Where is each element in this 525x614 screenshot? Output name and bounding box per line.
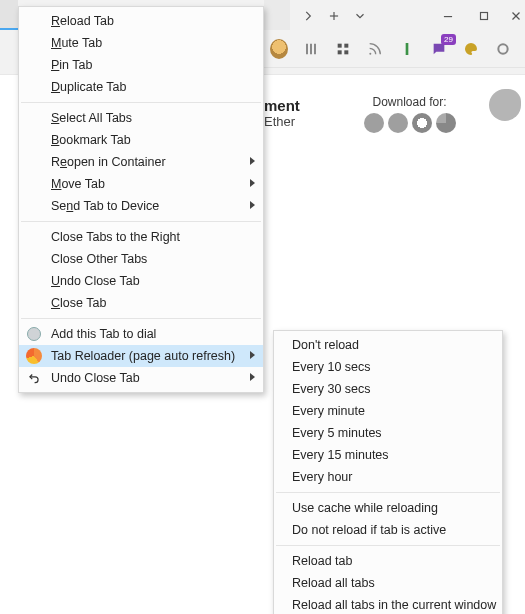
submenu-reload-all[interactable]: Reload all tabs (274, 572, 502, 594)
menu-item-label: Duplicate Tab (51, 80, 127, 94)
menu-item-label: Reload all tabs in the current window (292, 598, 496, 612)
menu-separator (21, 102, 261, 103)
menu-bookmark-tab[interactable]: Bookmark Tab (19, 129, 263, 151)
menu-separator (21, 318, 261, 319)
menu-add-to-dial[interactable]: Add this Tab to dial (19, 323, 263, 345)
submenu-dont-reload[interactable]: Don't reload (274, 334, 502, 356)
menu-separator (21, 221, 261, 222)
menu-send-tab[interactable]: Send Tab to Device (19, 195, 263, 217)
green-extension-icon[interactable] (398, 40, 416, 58)
notification-badge: 29 (441, 34, 456, 45)
menu-reload-tab[interactable]: Reload Tab (19, 10, 263, 32)
submenu-every-15m[interactable]: Every 15 minutes (274, 444, 502, 466)
tab-reloader-icon (25, 347, 43, 365)
svg-rect-14 (406, 43, 409, 55)
submenu-reload-window[interactable]: Reload all tabs in the current window (274, 594, 502, 614)
menu-item-label: Undo Close Tab (51, 274, 140, 288)
menu-item-label: Add this Tab to dial (51, 327, 156, 341)
submenu-arrow-icon (250, 373, 255, 381)
submenu-every-hour[interactable]: Every hour (274, 466, 502, 488)
menu-item-label: Do not reload if tab is active (292, 523, 446, 537)
svg-rect-3 (481, 13, 488, 20)
menu-item-label: Tab Reloader (page auto refresh) (51, 349, 235, 363)
undo-icon (25, 369, 43, 387)
window-minimize-button[interactable] (436, 4, 460, 28)
menu-item-label: Reload all tabs (292, 576, 375, 590)
submenu-every-5m[interactable]: Every 5 minutes (274, 422, 502, 444)
submenu-arrow-icon (250, 351, 255, 359)
submenu-arrow-icon (250, 157, 255, 165)
tabs-dropdown-button[interactable] (348, 4, 372, 28)
menu-move-tab[interactable]: Move Tab (19, 173, 263, 195)
download-label: Download for: (334, 95, 485, 109)
menu-close-tab[interactable]: Close Tab (19, 292, 263, 314)
menu-tab-reloader[interactable]: Tab Reloader (page auto refresh) (19, 345, 263, 367)
rss-icon[interactable] (366, 40, 384, 58)
grid-icon[interactable] (334, 40, 352, 58)
palette-extension-icon[interactable] (462, 40, 480, 58)
menu-item-label: Use cache while reloading (292, 501, 438, 515)
dial-extension-icon (25, 325, 43, 343)
extension-toolbar: 29 (264, 30, 525, 68)
new-tab-button[interactable] (322, 4, 346, 28)
mascot-icon (489, 89, 521, 121)
menu-close-tabs-right[interactable]: Close Tabs to the Right (19, 226, 263, 248)
menu-item-label: Move Tab (51, 177, 105, 191)
active-tab-fragment[interactable] (0, 0, 18, 30)
submenu-arrow-icon (250, 201, 255, 209)
menu-item-label: Reopen in Container (51, 155, 166, 169)
menu-item-label: Bookmark Tab (51, 133, 131, 147)
menu-reopen-container[interactable]: Reopen in Container (19, 151, 263, 173)
menu-item-label: Pin Tab (51, 58, 92, 72)
download-for-block: Download for: (334, 95, 485, 133)
edge-download-icon[interactable] (436, 113, 456, 133)
chat-extension-icon[interactable]: 29 (430, 40, 448, 58)
submenu-reload-tab[interactable]: Reload tab (274, 550, 502, 572)
inactive-tab-fragment[interactable] (264, 0, 290, 30)
chrome-download-icon[interactable] (364, 113, 384, 133)
menu-item-label: Close Other Tabs (51, 252, 147, 266)
menu-item-label: Every hour (292, 470, 352, 484)
forward-button[interactable] (296, 4, 320, 28)
menu-item-label: Send Tab to Device (51, 199, 159, 213)
page-title-fragment: ment (264, 97, 300, 114)
menu-item-label: Reload Tab (51, 14, 114, 28)
menu-item-label: Reload tab (292, 554, 352, 568)
window-maximize-button[interactable] (472, 4, 496, 28)
submenu-use-cache[interactable]: Use cache while reloading (274, 497, 502, 519)
monkey-extension-icon[interactable] (270, 40, 288, 58)
menu-select-all-tabs[interactable]: Select All Tabs (19, 107, 263, 129)
menu-mute-tab[interactable]: Mute Tab (19, 32, 263, 54)
menu-item-label: Close Tab (51, 296, 106, 310)
menu-undo-close-tab[interactable]: Undo Close Tab (19, 270, 263, 292)
menu-pin-tab[interactable]: Pin Tab (19, 54, 263, 76)
tab-reloader-submenu: Don't reload Every 10 secs Every 30 secs… (273, 330, 503, 614)
menu-close-other-tabs[interactable]: Close Other Tabs (19, 248, 263, 270)
page-subtitle-fragment: Ether (264, 114, 295, 129)
svg-rect-12 (344, 50, 348, 54)
mixer-icon[interactable] (302, 40, 320, 58)
spinner-extension-icon[interactable] (494, 40, 512, 58)
menu-separator (276, 492, 500, 493)
submenu-every-30s[interactable]: Every 30 secs (274, 378, 502, 400)
submenu-every-minute[interactable]: Every minute (274, 400, 502, 422)
svg-rect-9 (338, 43, 342, 47)
menu-separator (276, 545, 500, 546)
menu-item-label: Select All Tabs (51, 111, 132, 125)
opera-download-icon[interactable] (412, 113, 432, 133)
menu-undo-close-tab-ext[interactable]: Undo Close Tab (19, 367, 263, 389)
submenu-arrow-icon (250, 179, 255, 187)
window-close-button[interactable] (504, 4, 525, 28)
submenu-every-10s[interactable]: Every 10 secs (274, 356, 502, 378)
svg-point-15 (498, 44, 507, 53)
menu-item-label: Close Tabs to the Right (51, 230, 180, 244)
svg-point-13 (369, 52, 371, 54)
menu-duplicate-tab[interactable]: Duplicate Tab (19, 76, 263, 98)
tab-context-menu: Reload Tab Mute Tab Pin Tab Duplicate Ta… (18, 6, 264, 393)
svg-rect-10 (344, 43, 348, 47)
svg-rect-11 (338, 50, 342, 54)
submenu-no-reload-active[interactable]: Do not reload if tab is active (274, 519, 502, 541)
firefox-download-icon[interactable] (388, 113, 408, 133)
menu-item-label: Every 15 minutes (292, 448, 389, 462)
menu-item-label: Every 30 secs (292, 382, 371, 396)
